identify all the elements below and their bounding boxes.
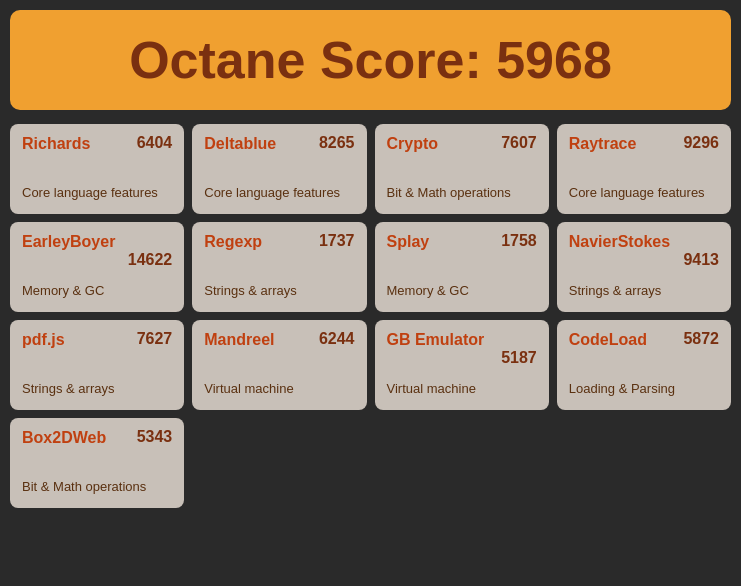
- card-name: Crypto: [387, 134, 439, 153]
- benchmark-card: Richards 6404 Core language features: [10, 124, 184, 214]
- header-banner: Octane Score: 5968: [10, 10, 731, 110]
- card-name: Splay: [387, 232, 430, 251]
- benchmark-card: EarleyBoyer 14622 Memory & GC: [10, 222, 184, 312]
- card-score: 7607: [501, 134, 537, 152]
- card-score: 7627: [137, 330, 173, 348]
- card-score: 5343: [137, 428, 173, 446]
- card-score: 8265: [319, 134, 355, 152]
- card-name: Richards: [22, 134, 90, 153]
- benchmark-card: Raytrace 9296 Core language features: [557, 124, 731, 214]
- card-name: NavierStokes: [569, 232, 670, 251]
- benchmark-card: CodeLoad 5872 Loading & Parsing: [557, 320, 731, 410]
- card-name: pdf.js: [22, 330, 65, 349]
- card-name: EarleyBoyer: [22, 232, 115, 251]
- card-score: 1758: [501, 232, 537, 250]
- card-score: 1737: [319, 232, 355, 250]
- card-desc: Memory & GC: [22, 283, 172, 298]
- card-desc: Memory & GC: [387, 283, 537, 298]
- card-name: Box2DWeb: [22, 428, 106, 447]
- card-score: 5187: [501, 349, 537, 367]
- benchmark-card: Mandreel 6244 Virtual machine: [192, 320, 366, 410]
- card-desc: Strings & arrays: [569, 283, 719, 298]
- card-name: Mandreel: [204, 330, 274, 349]
- card-score: 14622: [128, 251, 173, 269]
- card-desc: Virtual machine: [204, 381, 354, 396]
- card-desc: Core language features: [22, 185, 172, 200]
- card-desc: Core language features: [204, 185, 354, 200]
- card-score: 6244: [319, 330, 355, 348]
- card-desc: Bit & Math operations: [387, 185, 537, 200]
- benchmark-card: NavierStokes 9413 Strings & arrays: [557, 222, 731, 312]
- cards-grid: Richards 6404 Core language features Del…: [10, 124, 731, 508]
- card-name: GB Emulator: [387, 330, 485, 349]
- card-name: CodeLoad: [569, 330, 647, 349]
- card-score: 6404: [137, 134, 173, 152]
- card-desc: Strings & arrays: [204, 283, 354, 298]
- card-desc: Core language features: [569, 185, 719, 200]
- card-score: 5872: [683, 330, 719, 348]
- benchmark-card: Regexp 1737 Strings & arrays: [192, 222, 366, 312]
- card-desc: Virtual machine: [387, 381, 537, 396]
- card-desc: Bit & Math operations: [22, 479, 172, 494]
- benchmark-card: GB Emulator 5187 Virtual machine: [375, 320, 549, 410]
- card-name: Deltablue: [204, 134, 276, 153]
- benchmark-card: pdf.js 7627 Strings & arrays: [10, 320, 184, 410]
- card-score: 9296: [683, 134, 719, 152]
- benchmark-card: Splay 1758 Memory & GC: [375, 222, 549, 312]
- card-name: Regexp: [204, 232, 262, 251]
- card-name: Raytrace: [569, 134, 637, 153]
- card-desc: Loading & Parsing: [569, 381, 719, 396]
- card-desc: Strings & arrays: [22, 381, 172, 396]
- benchmark-card: Crypto 7607 Bit & Math operations: [375, 124, 549, 214]
- benchmark-card: Deltablue 8265 Core language features: [192, 124, 366, 214]
- benchmark-card: Box2DWeb 5343 Bit & Math operations: [10, 418, 184, 508]
- card-score: 9413: [683, 251, 719, 269]
- octane-score-title: Octane Score: 5968: [30, 30, 711, 90]
